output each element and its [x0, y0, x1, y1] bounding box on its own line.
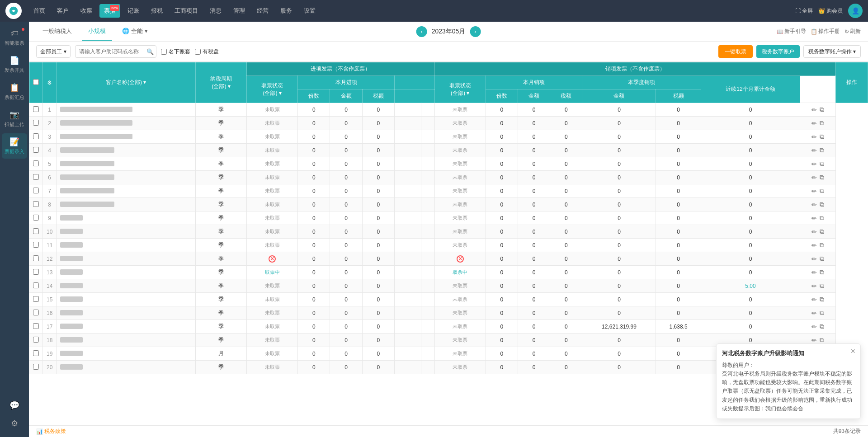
row-checkbox[interactable]	[33, 174, 39, 180]
copy-icon[interactable]: ⧉	[820, 323, 824, 330]
edit-icon[interactable]: ✏	[811, 133, 817, 141]
edit-icon[interactable]: ✏	[811, 215, 817, 222]
app-logo[interactable]	[5, 3, 22, 19]
nav-manage[interactable]: 管理	[229, 4, 250, 18]
filter-icon[interactable]: ▾	[467, 90, 469, 96]
row-checkbox-cell[interactable]	[29, 320, 43, 334]
row-checkbox[interactable]	[33, 120, 39, 126]
row-checkbox-cell[interactable]	[29, 334, 43, 347]
date-prev-btn[interactable]: ‹	[416, 26, 427, 37]
user-avatar[interactable]: 👤	[848, 4, 863, 18]
edit-icon[interactable]: ✏	[811, 147, 817, 154]
date-next-btn[interactable]: ›	[470, 26, 481, 37]
select-all-checkbox[interactable]	[33, 79, 39, 85]
row-checkbox[interactable]	[33, 337, 39, 343]
nav-services[interactable]: 服务	[276, 4, 297, 18]
checkbox-taxdisk-input[interactable]	[195, 49, 201, 55]
edit-icon[interactable]: ✏	[811, 188, 817, 195]
copy-icon[interactable]: ⧉	[820, 336, 824, 344]
nav-operations[interactable]: 经营	[252, 4, 273, 18]
row-checkbox-cell[interactable]	[29, 157, 43, 171]
row-checkbox-cell[interactable]	[29, 361, 43, 374]
sidebar-chat-icon[interactable]: 💬	[6, 397, 23, 414]
digital-account-btn[interactable]: 税务数字账户	[756, 45, 800, 58]
search-input[interactable]	[75, 45, 156, 58]
sidebar-item-invoice-summary[interactable]: 📋 票据汇总	[2, 79, 27, 104]
copy-icon[interactable]: ⧉	[820, 241, 824, 249]
row-checkbox[interactable]	[33, 147, 39, 153]
edit-icon[interactable]: ✏	[811, 242, 817, 249]
new-guide-btn[interactable]: 📖 新手引导	[777, 28, 806, 35]
edit-icon[interactable]: ✏	[811, 120, 817, 127]
row-checkbox-cell[interactable]	[29, 130, 43, 144]
row-checkbox[interactable]	[33, 282, 39, 288]
row-checkbox[interactable]	[33, 269, 39, 275]
row-checkbox[interactable]	[33, 133, 39, 139]
checkbox-subaccount[interactable]: 名下账套	[161, 48, 190, 56]
edit-icon[interactable]: ✏	[811, 201, 817, 208]
row-checkbox-cell[interactable]	[29, 306, 43, 320]
copy-icon[interactable]: ⧉	[820, 174, 824, 181]
notification-close-btn[interactable]: ✕	[850, 348, 856, 355]
row-checkbox-cell[interactable]	[29, 184, 43, 198]
row-checkbox[interactable]	[33, 188, 39, 193]
copy-icon[interactable]: ⧉	[820, 146, 824, 154]
nav-invoice[interactable]: 票据 new	[99, 4, 120, 18]
copy-icon[interactable]: ⧉	[820, 160, 824, 168]
nav-messages[interactable]: 消息	[205, 4, 226, 18]
filter-icon[interactable]: ▾	[143, 79, 146, 85]
row-checkbox[interactable]	[33, 242, 39, 248]
row-checkbox-cell[interactable]	[29, 266, 43, 279]
manual-btn[interactable]: 📋 操作手册	[811, 28, 840, 35]
row-checkbox[interactable]	[33, 255, 39, 261]
nav-receive[interactable]: 收票	[76, 4, 97, 18]
copy-icon[interactable]: ⧉	[820, 187, 824, 195]
nav-home[interactable]: 首页	[29, 4, 50, 18]
filter-icon[interactable]: ▾	[228, 83, 231, 89]
copy-icon[interactable]: ⧉	[820, 309, 824, 317]
edit-icon[interactable]: ✏	[811, 296, 817, 303]
checkbox-subaccount-input[interactable]	[161, 49, 167, 55]
copy-icon[interactable]: ⧉	[820, 255, 824, 263]
edit-icon[interactable]: ✏	[811, 228, 817, 235]
nav-tax[interactable]: 报税	[146, 4, 167, 18]
row-checkbox-cell[interactable]	[29, 252, 43, 266]
tab-all-type[interactable]: 🌐 全能 ▾	[116, 23, 154, 41]
edit-icon[interactable]: ✏	[811, 282, 817, 290]
sidebar-item-invoice-entry[interactable]: 📝 票据录入	[2, 133, 27, 159]
row-checkbox-cell[interactable]	[29, 293, 43, 306]
row-checkbox[interactable]	[33, 310, 39, 315]
edit-icon[interactable]: ✏	[811, 160, 817, 168]
row-checkbox-cell[interactable]	[29, 239, 43, 252]
filter-icon[interactable]: ▾	[279, 90, 282, 96]
row-checkbox-cell[interactable]	[29, 225, 43, 239]
sidebar-settings-icon[interactable]: ⚙	[6, 415, 23, 432]
copy-icon[interactable]: ⧉	[820, 201, 824, 208]
checkbox-taxdisk[interactable]: 有税盘	[195, 48, 219, 56]
copy-icon[interactable]: ⧉	[820, 296, 824, 303]
row-checkbox-cell[interactable]	[29, 171, 43, 184]
nav-client[interactable]: 客户	[52, 4, 73, 18]
copy-icon[interactable]: ⧉	[820, 268, 824, 276]
row-checkbox[interactable]	[33, 364, 39, 370]
copy-icon[interactable]: ⧉	[820, 214, 824, 222]
edit-icon[interactable]: ✏	[811, 323, 817, 330]
row-checkbox-cell[interactable]	[29, 347, 43, 361]
edit-icon[interactable]: ✏	[811, 106, 817, 113]
sidebar-item-invoice-open[interactable]: 📄 发票开具	[2, 52, 27, 77]
copy-icon[interactable]: ⧉	[820, 133, 824, 141]
edit-icon[interactable]: ✏	[811, 310, 817, 317]
row-checkbox[interactable]	[33, 160, 39, 166]
refresh-btn[interactable]: ↻ 刷新	[844, 28, 861, 35]
row-checkbox-cell[interactable]	[29, 211, 43, 225]
quick-fetch-btn[interactable]: 一键取票	[718, 45, 753, 58]
row-checkbox[interactable]	[33, 215, 39, 221]
copy-icon[interactable]: ⧉	[820, 119, 824, 127]
copy-icon[interactable]: ⧉	[820, 106, 824, 113]
row-checkbox[interactable]	[33, 323, 39, 329]
row-checkbox[interactable]	[33, 201, 39, 207]
nav-commerce[interactable]: 工商项目	[170, 4, 203, 18]
row-checkbox[interactable]	[33, 350, 39, 356]
row-checkbox-cell[interactable]	[29, 144, 43, 157]
digital-account-op-btn[interactable]: 税务数字账户操作 ▾	[803, 45, 861, 58]
